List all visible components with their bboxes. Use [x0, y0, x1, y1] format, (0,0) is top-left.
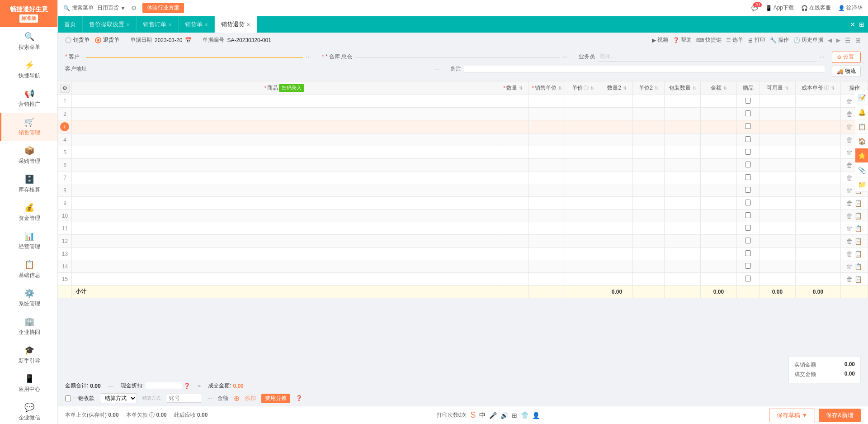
available-cell[interactable] [760, 95, 796, 108]
gift-cell[interactable] [737, 120, 760, 133]
available-cell[interactable] [760, 197, 796, 210]
settings-btn[interactable]: ⚙ 设置 [832, 52, 861, 63]
tab-layout-icon[interactable]: ⊞ [859, 21, 864, 28]
logistics-btn[interactable]: 🚚 物流 [832, 66, 861, 77]
pkg-cell[interactable] [665, 222, 701, 235]
price-cell[interactable] [565, 159, 601, 172]
save-new-btn[interactable]: 保存&新增 [819, 409, 861, 422]
unit2-cell[interactable] [633, 159, 665, 172]
gift-checkbox[interactable] [745, 149, 751, 155]
unit-cell[interactable] [529, 222, 565, 235]
unit2-cell[interactable] [633, 273, 665, 286]
toolbar-help[interactable]: ❓ 帮助 [673, 36, 692, 44]
price-cell[interactable] [565, 184, 601, 197]
qty2-cell[interactable] [601, 235, 633, 248]
available-cell[interactable] [760, 210, 796, 222]
qty2-cell[interactable] [601, 159, 633, 172]
qty-cell[interactable] [497, 108, 529, 120]
qty-cell[interactable] [497, 222, 529, 235]
qty2-cell[interactable] [601, 260, 633, 273]
amount-sort-icon[interactable]: ⇅ [723, 86, 727, 91]
side-panel-home[interactable]: 🏠 [855, 134, 868, 148]
goods-cell[interactable] [72, 159, 497, 172]
gift-checkbox[interactable] [745, 250, 751, 256]
price-cell[interactable] [565, 248, 601, 260]
available-cell[interactable] [760, 172, 796, 184]
unit2-cell[interactable] [633, 248, 665, 260]
available-cell[interactable] [760, 159, 796, 172]
unit-cell[interactable] [529, 184, 565, 197]
pkg-cell[interactable] [665, 108, 701, 120]
goods-cell[interactable] [72, 260, 497, 273]
warehouse-dots[interactable]: ··· [562, 53, 568, 60]
copy-row-icon[interactable]: 📋 [854, 238, 862, 245]
gift-checkbox[interactable] [745, 98, 751, 104]
sidebar-item-base[interactable]: 📋 基础信息 [0, 255, 57, 284]
price-cell[interactable] [565, 222, 601, 235]
gift-checkbox[interactable] [745, 162, 751, 167]
sidebar-item-marketing[interactable]: 📢 营销推广 [0, 84, 57, 113]
gift-checkbox[interactable] [745, 174, 751, 180]
available-cell[interactable] [760, 146, 796, 159]
sidebar-item-system[interactable]: ⚙️ 系统管理 [0, 284, 57, 312]
unit-cell[interactable] [529, 260, 565, 273]
gift-cell[interactable] [737, 184, 760, 197]
tab-sales-order[interactable]: 销售订单 ✕ [137, 16, 179, 33]
unit2-cell[interactable] [633, 197, 665, 210]
gift-cell[interactable] [737, 146, 760, 159]
pkg-cell[interactable] [665, 184, 701, 197]
qty-cell[interactable] [497, 235, 529, 248]
unit2-cell[interactable] [633, 210, 665, 222]
sidebar-item-wechat[interactable]: 💬 企业微信 [0, 398, 57, 424]
copy-row-icon[interactable]: 📋 [854, 212, 862, 219]
sidebar-item-ops[interactable]: 📊 经营管理 [0, 227, 57, 255]
gift-cell[interactable] [737, 260, 760, 273]
app-download[interactable]: 📱 App下载 [765, 4, 794, 12]
price-sort-icon[interactable]: ⇅ [590, 86, 594, 91]
gift-checkbox[interactable] [745, 110, 751, 116]
gift-checkbox[interactable] [745, 225, 751, 231]
available-cell[interactable] [760, 222, 796, 235]
scan-entry-btn[interactable]: 扫码录入 [279, 84, 304, 92]
gift-checkbox[interactable] [745, 136, 751, 142]
qty2-cell[interactable] [601, 273, 633, 286]
unit2-sort-icon[interactable]: ⇅ [655, 86, 658, 91]
unit-cell[interactable] [529, 120, 565, 133]
cost-price-cell[interactable] [796, 108, 841, 120]
price-cell[interactable] [565, 273, 601, 286]
sidebar-item-enterprise[interactable]: 🏢 企业协同 [0, 312, 57, 341]
warehouse-input[interactable] [355, 56, 560, 58]
gift-cell[interactable] [737, 133, 760, 146]
delete-row-icon[interactable]: 🗑 [846, 136, 853, 143]
amount-cell[interactable] [701, 146, 737, 159]
sidebar-item-quick-nav[interactable]: ⚡ 快捷导航 [0, 56, 57, 84]
toolbar-shortcut[interactable]: ⌨ 快捷键 [696, 36, 722, 44]
sidebar-item-inventory[interactable]: 🗄️ 库存核算 [0, 170, 57, 198]
amount-cell[interactable] [701, 120, 737, 133]
sidebar-item-newbie[interactable]: 🎓 新手引导 [0, 341, 57, 369]
goods-cell[interactable] [72, 222, 497, 235]
goods-cell[interactable] [72, 95, 497, 108]
goods-input[interactable] [74, 124, 495, 130]
tab-sales-return[interactable]: 销货退货 ✕ [215, 16, 257, 33]
qty-cell[interactable] [497, 133, 529, 146]
copy-row-icon[interactable]: 📋 [854, 263, 862, 270]
qty-cell[interactable] [497, 197, 529, 210]
price-cell[interactable] [565, 108, 601, 120]
sidebar-item-purchase[interactable]: 📦 采购管理 [0, 141, 57, 170]
save-draft-btn[interactable]: 保存草稿 ▼ [769, 409, 816, 422]
customer-dots[interactable]: ··· [306, 53, 311, 60]
pkg-cell[interactable] [665, 159, 701, 172]
cost-price-cell[interactable] [796, 235, 841, 248]
side-panel-clipboard[interactable]: 📋 [855, 119, 868, 134]
pkg-cell[interactable] [665, 95, 701, 108]
pkg-cell[interactable] [665, 146, 701, 159]
toolbar-print[interactable]: 🖨 打印 [748, 36, 765, 44]
address-input[interactable] [90, 68, 431, 70]
goods-cell[interactable] [72, 248, 497, 260]
pkg-sort-icon[interactable]: ⇅ [693, 86, 696, 91]
pkg-cell[interactable] [665, 273, 701, 286]
gift-checkbox[interactable] [745, 123, 751, 129]
radio-return[interactable]: 退货单 [95, 36, 119, 44]
unit-cell[interactable] [529, 248, 565, 260]
